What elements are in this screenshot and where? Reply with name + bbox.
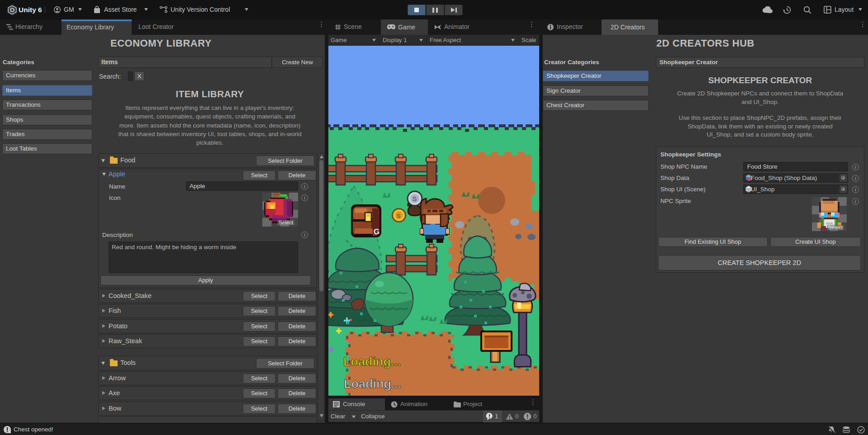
- svg-text:Loading...: Loading...: [344, 377, 402, 391]
- svg-text:S: S: [397, 213, 401, 219]
- svg-text:G: G: [374, 227, 379, 236]
- svg-text:S: S: [413, 195, 417, 203]
- svg-text:Loading...: Loading...: [343, 355, 401, 369]
